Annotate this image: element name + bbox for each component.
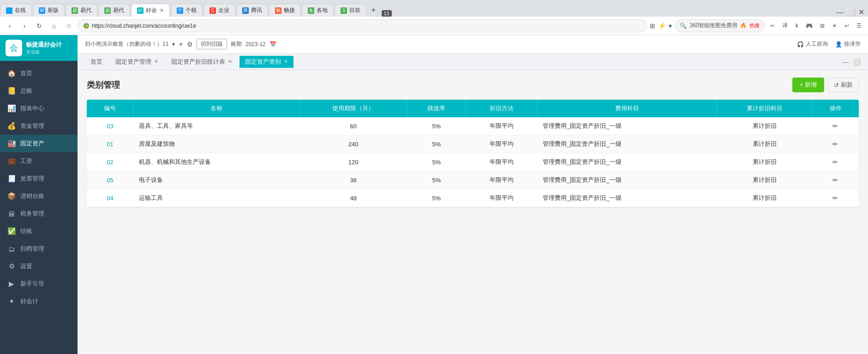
browser-tab-enterprise[interactable]: C 企业: [204, 4, 235, 17]
fixed-assets-icon: 🏭: [7, 139, 16, 148]
tab-label-home: 首页: [90, 58, 102, 66]
sidebar-item-more[interactable]: ✦ 好会计: [0, 293, 78, 310]
sidebar-item-archive[interactable]: 🗂 归档管理: [0, 240, 78, 258]
settings-gear[interactable]: ⚙: [187, 41, 193, 48]
browser-tab-geshui[interactable]: 个 个税: [171, 4, 203, 17]
cell-residual: 5%: [407, 135, 466, 153]
header-right: 🎧 人工咨询 👤 徐泽华: [797, 40, 861, 48]
user-profile-btn[interactable]: 👤 徐泽华: [835, 40, 861, 48]
cell-code: 04: [87, 189, 133, 207]
cell-action: ✏: [812, 117, 859, 135]
address-bar[interactable]: 🔒 https://cloud.chanjet.com/accounting/u…: [78, 19, 647, 32]
user-info: 刘小艳演示账套（勿删勿动！）11 ▾ + ⚙ 切到旧版 账期 2023-12 📅: [85, 39, 797, 49]
browser-tab-yidai1[interactable]: 易 易代: [66, 4, 97, 17]
maximize-content-btn[interactable]: ⬜: [853, 58, 861, 66]
browser-tab-gedi[interactable]: 各 各地: [302, 4, 334, 17]
address-text: https://cloud.chanjet.com/accounting/uw1…: [92, 23, 641, 29]
window-minimize-btn[interactable]: —: [836, 8, 844, 17]
sidebar-item-fixed-assets[interactable]: 🏭 固定资产: [0, 135, 78, 152]
search-text: 360智能抠图免费用: [689, 22, 737, 30]
cell-expense: 管理费用_固定资产折旧_一级: [537, 153, 717, 171]
sidebar-item-guide[interactable]: ▶ 新手引导: [0, 275, 78, 293]
lightning-icon[interactable]: ⚡: [658, 22, 666, 30]
undo-tool[interactable]: ↩: [842, 22, 852, 30]
sidebar-item-salary[interactable]: 💼 工资: [0, 152, 78, 170]
edit-icon[interactable]: ✏: [832, 176, 838, 184]
cell-code: 02: [87, 153, 133, 171]
tab-label: 易代: [80, 6, 91, 14]
search-bar[interactable]: 🔍 360智能抠图免费用 🔥 热搜: [675, 19, 765, 32]
tab-favicon: 易: [72, 7, 78, 14]
browser-tab-online[interactable]: 🌐 在线: [0, 4, 32, 17]
currency-tool[interactable]: ¥: [792, 22, 801, 30]
sidebar-item-reports[interactable]: 📊 报表中心: [0, 100, 78, 117]
tab-close-depreciation[interactable]: ✕: [228, 59, 232, 65]
browser-tab-tencent[interactable]: 腾 腾讯: [236, 4, 268, 17]
edit-icon[interactable]: ✏: [832, 122, 838, 130]
edit-icon[interactable]: ✏: [832, 194, 838, 202]
sidebar-item-ledger[interactable]: 📒 总账: [0, 82, 78, 100]
sidebar-item-funds[interactable]: 💰 资金管理: [0, 117, 78, 135]
back-button[interactable]: ‹: [4, 20, 16, 32]
browser-tab-yidai2[interactable]: 易 易代: [98, 4, 130, 17]
logo-text: 畅捷通好会计 专业版: [26, 41, 62, 55]
add-button[interactable]: + 新增: [792, 78, 824, 92]
tax-icon: 🏛: [7, 210, 16, 218]
window-maximize-btn[interactable]: ⬜: [846, 8, 856, 17]
tab-count: 11: [382, 10, 392, 17]
game-tool[interactable]: 🎮: [803, 22, 815, 30]
calendar-icon[interactable]: 📅: [269, 41, 276, 48]
reload-button[interactable]: ↻: [33, 20, 45, 32]
content-tab-depreciation[interactable]: 固定资产折旧统计表 ✕: [166, 56, 238, 68]
cell-name: 机器、机械和其他生产设备: [133, 153, 299, 171]
sidebar-label-fixed-assets: 固定资产: [20, 139, 44, 148]
content-tab-category[interactable]: 固定资产类别 ✕: [239, 56, 293, 68]
browser-tab-haohui[interactable]: 好 好会 ✕: [131, 4, 170, 17]
sidebar-item-home[interactable]: 🏠 首页: [0, 65, 78, 82]
app-container: 会 畅捷通好会计 专业版 🏠 首页 📒 总账 📊 报表中心 💰 资金管理: [0, 35, 868, 354]
sidebar-label-archive: 归档管理: [20, 245, 44, 253]
dropdown-icon[interactable]: ▾: [669, 22, 672, 30]
sidebar-label-home: 首页: [20, 69, 32, 78]
th-accumulated: 累计折旧科目: [717, 100, 812, 117]
bookmark-button[interactable]: ☆: [63, 20, 75, 32]
cell-period: 60: [300, 117, 407, 135]
refresh-label: 刷新: [841, 81, 853, 89]
tab-close-icon[interactable]: ✕: [160, 7, 164, 13]
browser-tab-new[interactable]: W 新版: [33, 4, 65, 17]
tab-favicon: C: [210, 7, 216, 14]
layout-tool[interactable]: ⊞: [817, 22, 827, 30]
browser-tab-changjie[interactable]: 畅 畅捷: [269, 4, 301, 17]
content-tab-home[interactable]: 首页: [85, 56, 108, 68]
window-close-btn[interactable]: ✕: [858, 8, 864, 17]
switch-btn[interactable]: 切到旧版: [197, 39, 227, 49]
content-tab-asset-mgmt[interactable]: 固定资产管理 ✕: [110, 56, 164, 68]
sidebar-item-settings[interactable]: ⚙ 设置: [0, 258, 78, 275]
home-button[interactable]: ⌂: [48, 20, 60, 32]
forward-button[interactable]: ›: [18, 20, 30, 32]
refresh-button[interactable]: ↺ 刷新: [828, 78, 859, 92]
tab-close-category[interactable]: ✕: [284, 59, 288, 65]
consult-btn[interactable]: 🎧 人工咨询: [797, 40, 828, 48]
brightness-tool[interactable]: ☀: [829, 22, 840, 30]
add-account-btn[interactable]: +: [179, 40, 183, 48]
sidebar-label-ledger: 总账: [20, 87, 32, 95]
sidebar-label-tax: 税务管理: [20, 210, 44, 218]
sidebar-item-invoice[interactable]: 🧾 发票管理: [0, 170, 78, 187]
cell-accumulated: 累计折旧: [717, 171, 812, 189]
sidebar-item-inventory[interactable]: 📦 进销台账: [0, 187, 78, 205]
browser-tab-mueqian[interactable]: S 目前: [335, 4, 366, 17]
dropdown-arrow[interactable]: ▾: [172, 41, 175, 48]
grid-icon[interactable]: ⊞: [650, 22, 655, 30]
tab-add-button[interactable]: +: [367, 4, 380, 17]
menu-tool[interactable]: ☰: [854, 22, 864, 30]
edit-icon[interactable]: ✏: [832, 158, 838, 166]
tab-close-asset-mgmt[interactable]: ✕: [154, 59, 158, 65]
edit-icon[interactable]: ✏: [832, 140, 838, 148]
minimize-content-btn[interactable]: —: [843, 58, 849, 66]
sidebar-item-tax[interactable]: 🏛 税务管理: [0, 205, 78, 222]
app-header: 刘小艳演示账套（勿删勿动！）11 ▾ + ⚙ 切到旧版 账期 2023-12 📅…: [78, 35, 868, 54]
sidebar-item-checkout[interactable]: ✅ 结账: [0, 222, 78, 240]
scissors-tool[interactable]: ✂: [767, 22, 778, 30]
translate-tool[interactable]: 译: [779, 21, 790, 30]
